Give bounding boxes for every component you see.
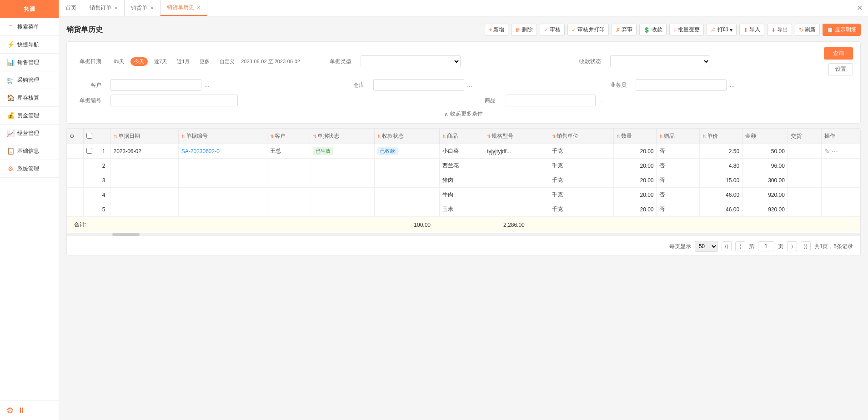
checkbox-cell [83,144,97,159]
date-chip-yesterday[interactable]: 昨天 [110,57,128,66]
sidebar-item-sys-mgmt-label: 系统管理 [17,165,39,173]
tab-sales-delivery[interactable]: 销货单 ✕ [125,0,161,16]
page-number-input[interactable]: 1 [758,241,774,251]
col-qty[interactable]: ⇅数量 [614,129,657,144]
payment-status-select[interactable] [610,55,710,67]
delete-button[interactable]: 🗑 删除 [511,24,537,36]
customer-input[interactable] [110,79,201,91]
sidebar-footer-pause-icon[interactable]: ⏸ [17,406,25,415]
sidebar-logo: 拓源 [24,5,35,13]
row-checkbox[interactable] [86,148,92,154]
product-input[interactable] [505,95,596,106]
pay-status-cell [375,173,439,188]
table-num-col [97,129,110,144]
sidebar-item-quick-nav[interactable]: ⚡ 快捷导航 [0,36,59,54]
data-table: ⚙ ⇅单据日期 ⇅单据编号 ⇅客户 [67,129,860,217]
sidebar-item-sales-mgmt[interactable]: 📊 销售管理 [0,54,59,71]
batch-change-button[interactable]: ≡ 批量变更 [669,24,704,36]
col-customer[interactable]: ⇅客户 [267,129,310,144]
col-spec[interactable]: ⇅规格型号 [484,129,549,144]
print-button[interactable]: 🖨 打印 ▾ [707,24,737,36]
settings-cell [67,159,83,173]
col-price[interactable]: ⇅单价 [699,129,742,144]
customer-ellipsis[interactable]: … [204,82,210,88]
transaction-cell [788,173,821,188]
settings-cell [67,144,83,159]
col-unit[interactable]: ⇅销售单位 [549,129,613,144]
date-chip-7days[interactable]: 近7天 [151,57,171,66]
last-page-button[interactable]: ⟩⟩ [801,241,811,251]
horizontal-scrollbar[interactable] [67,233,860,236]
qty-cell: 20.00 [614,159,657,173]
export-button[interactable]: ⬇ 导出 [767,24,792,36]
table-settings-icon[interactable]: ⚙ [70,133,75,140]
tab-sales-history-close[interactable]: ✕ [197,5,201,10]
edit-icon[interactable]: ✎ [824,148,830,155]
next-page-button[interactable]: ⟩ [787,241,797,251]
col-product[interactable]: ⇅商品 [439,129,484,144]
collect-button[interactable]: 💲 收款 [639,24,667,36]
sidebar-item-search-menu[interactable]: ≡ 搜索菜单 [0,18,59,36]
tab-sales-order[interactable]: 销售订单 ✕ [83,0,125,16]
sidebar-footer-settings-icon[interactable]: ⚙ [6,405,14,415]
col-doc-date[interactable]: ⇅单据日期 [110,129,178,144]
collapse-button[interactable]: ∧ 收起更多条件 [74,110,853,118]
show-detail-button[interactable]: 📋 显示明细 [823,24,861,36]
gift-cell: 否 [657,173,699,188]
col-gift[interactable]: ⇅赠品 [657,129,699,144]
pay-status-cell [375,159,439,173]
doc-no-link[interactable]: SA-20230602-0 [181,148,220,155]
docno-input[interactable] [110,95,238,106]
col-doc-no[interactable]: ⇅单据编号 [178,129,267,144]
audit-print-button[interactable]: ✓ 审核并打印 [567,24,609,36]
col-actions: 操作 [822,129,860,144]
new-button[interactable]: + 新增 [485,24,508,36]
tab-sales-delivery-close[interactable]: ✕ [150,5,154,10]
collapse-icon: ∧ [444,111,448,117]
product-ellipsis[interactable]: … [598,97,604,104]
amount-cell: 300.00 [743,173,788,188]
spec-cell [484,159,549,173]
settings-cell [67,173,83,188]
page-size-select[interactable]: 50 100 200 [695,241,718,252]
sidebar-item-sys-mgmt[interactable]: ⚙ 系统管理 [0,160,59,178]
sidebar-item-ops[interactable]: 📈 经营管理 [0,125,59,142]
date-chip-more[interactable]: 更多 [196,57,213,66]
tab-sales-history[interactable]: 销货单历史 ✕ [161,0,207,16]
payment-status-label: 收款状态 [574,58,601,65]
staff-input[interactable] [636,79,727,91]
more-icon[interactable]: ⋯ [832,148,838,155]
refresh-button[interactable]: ↻ 刷新 [795,24,820,36]
transaction-cell [788,159,821,173]
audit-button[interactable]: ✓ 审核 [540,24,565,36]
col-pay-status[interactable]: ⇅收款状态 [375,129,439,144]
table-settings-col[interactable]: ⚙ [67,129,83,144]
date-chip-custom[interactable]: 自定义 [216,57,238,66]
select-all-checkbox[interactable] [86,133,92,139]
staff-ellipsis[interactable]: … [729,82,735,88]
gift-cell: 否 [657,202,699,217]
col-doc-status[interactable]: ⇅单据状态 [310,129,374,144]
pay-status-cell [375,202,439,217]
import-button[interactable]: ⬆ 导入 [739,24,764,36]
date-chip-today[interactable]: 今天 [130,57,148,66]
query-button[interactable]: 查询 [824,47,853,60]
product-cell: 小白菜 [439,144,484,159]
warehouse-ellipsis[interactable]: … [467,82,472,88]
doc-type-select[interactable] [361,55,461,67]
tab-sales-order-close[interactable]: ✕ [114,5,118,10]
sidebar-item-finance[interactable]: 💰 资金管理 [0,107,59,125]
setting-button[interactable]: 设置 [828,63,853,75]
sidebar-item-basic-info[interactable]: 📋 基础信息 [0,142,59,160]
customer-cell [267,159,310,173]
page-title-row: 销货单历史 + 新增 🗑 删除 ✓ 审核 ✓ 审核并打印 [66,24,861,36]
abandon-button[interactable]: ✗ 弃审 [612,24,637,36]
first-page-button[interactable]: ⟨⟨ [722,241,732,251]
window-close-button[interactable]: ✕ [851,4,868,12]
warehouse-input[interactable] [373,79,464,91]
tab-home[interactable]: 首页 [59,0,83,16]
sidebar-item-purchase-mgmt[interactable]: 🛒 采购管理 [0,71,59,89]
prev-page-button[interactable]: ⟨ [735,241,745,251]
date-chip-1month[interactable]: 近1月 [173,57,193,66]
sidebar-item-inventory[interactable]: 🏠 库存核算 [0,89,59,107]
